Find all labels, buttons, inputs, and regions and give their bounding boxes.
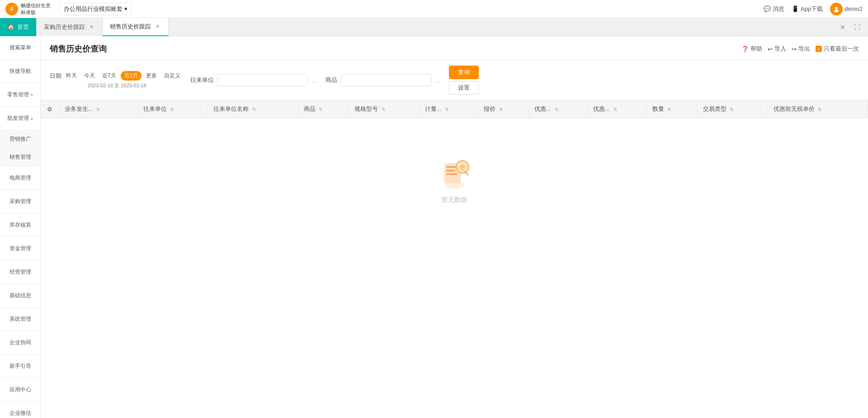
th-discount1[interactable]: 优惠... ⇅ [529,100,588,118]
wholesale-mgmt-label: 批发管理 [7,114,29,122]
chevron-down-icon: ▾ [31,92,33,97]
logo-text: 畅捷信好生意 标准版 [21,2,51,15]
query-button[interactable]: 查询 [449,66,479,79]
close-tab-btn[interactable]: ✕ [837,22,848,33]
help-btn[interactable]: ❓ 帮助 [741,45,762,53]
date-label: 日期 [50,72,61,80]
table-area: ⚙ 业务发生... ⇅ 往来单位 ⇅ 往来单位名称 ⇅ [41,100,868,418]
table-header-row: ⚙ 业务发生... ⇅ 往来单位 ⇅ 往来单位名称 ⇅ [41,100,868,118]
sidebar: 搜索菜单 快捷导航 零售管理 ▾ 批发管理 ▴ 营销推广 销售管理 电商管理 采… [0,36,41,418]
settings-icon: ⚙ [47,106,52,113]
empty-text: 暂无数据 [442,196,467,204]
sidebar-item-inventory-check[interactable]: 库存核算 [0,214,40,237]
only-last-checkbox[interactable]: ✓ 只看最后一次 [816,45,859,53]
product-dots[interactable]: ... [433,77,442,84]
date-buttons: 日期 昨天 今天 近7天 近1月 更多 自定义 [50,71,183,81]
sidebar-item-enterprise-collab[interactable]: 企业协同 [0,331,40,355]
settings-button[interactable]: 设置 [449,81,479,95]
date-1month[interactable]: 近1月 [121,71,142,81]
page-header: 销售历史价查询 ❓ 帮助 ↩ 导入 ↪ 导出 ✓ 只看最后一次 [41,36,868,60]
th-product[interactable]: 商品 ⇅ [298,100,349,118]
tab-purchase-history[interactable]: 采购历史价跟踪 ✕ [37,18,103,36]
date-range-text: 2023-02-18 至 2023-03-18 [87,82,146,89]
tab-purchase-history-close[interactable]: ✕ [88,24,95,31]
sort-icon: ⇅ [818,107,821,112]
sort-icon: ⇅ [252,107,256,112]
svg-point-0 [835,7,838,10]
sidebar-item-basic-info[interactable]: 基础信息 [0,284,40,308]
top-bar-left: 6 畅捷信好生意 标准版 办公用品行业模拟账套 ▾ [5,2,132,15]
sidebar-item-retail-mgmt[interactable]: 零售管理 ▾ [0,83,40,107]
home-icon: 🏠 [7,24,14,30]
th-partner-name[interactable]: 往来单位名称 ⇅ [208,100,298,118]
export-icon: ↪ [792,46,797,52]
sort-icon: ⇅ [96,107,100,112]
date-filter-group: 日期 昨天 今天 近7天 近1月 更多 自定义 2023-02-18 至 202… [50,71,183,89]
sort-icon: ⇅ [319,107,322,112]
sidebar-item-finance-mgmt[interactable]: 资金管理 [0,237,40,261]
date-yesterday[interactable]: 昨天 [63,71,80,81]
tab-home[interactable]: 🏠 首页 [0,18,37,36]
retail-mgmt-label: 零售管理 [7,91,29,99]
page-title: 销售历史价查询 [50,43,107,54]
action-buttons: 查询 设置 [449,66,479,95]
app-selector[interactable]: 办公用品行业模拟账套 ▾ [60,3,132,15]
sidebar-item-quick-nav[interactable]: 快捷导航 [0,60,40,83]
user-menu[interactable]: demo2 [830,3,863,15]
th-trade-type[interactable]: 交易类型 ⇅ [697,100,768,118]
app-download-btn[interactable]: 📱 App下载 [792,5,823,13]
date-more[interactable]: 更多 [143,71,160,81]
sort-icon: ⇅ [667,107,671,112]
th-quote[interactable]: 报价 ⇅ [478,100,529,118]
date-today[interactable]: 今天 [81,71,98,81]
help-icon: ❓ [741,46,749,52]
svg-point-1 [834,10,839,12]
date-7days[interactable]: 近7天 [99,71,119,81]
partner-input[interactable] [217,74,308,86]
partner-filter-group: 往来单位 ... [190,74,318,86]
partner-label: 往来单位 [190,76,214,84]
th-pretax-price[interactable]: 优惠前无税单价 ⇅ [768,100,868,118]
export-btn[interactable]: ↪ 导出 [792,45,810,53]
tab-bar: 🏠 首页 采购历史价跟踪 ✕ 销售历史价跟踪 ✕ ✕ ⛶ [0,18,868,36]
top-bar-right: 💬 消息 📱 App下载 demo2 [764,3,863,15]
product-input[interactable] [341,74,431,86]
sidebar-item-enterprise-wechat[interactable]: 企业微信 [0,402,40,418]
chevron-down-icon: ▾ [124,5,127,12]
product-label: 商品 [326,76,337,84]
sidebar-item-new-guide[interactable]: 新手引导 [0,355,40,378]
sidebar-item-search-menu[interactable]: 搜索菜单 [0,36,40,60]
message-btn[interactable]: 💬 消息 [764,5,784,13]
sidebar-item-purchase-mgmt[interactable]: 采购管理 [0,190,40,214]
sidebar-item-marketing-promo[interactable]: 营销推广 [0,130,40,148]
sidebar-item-app-center[interactable]: 应用中心 [0,378,40,402]
content-area: 销售历史价查询 ❓ 帮助 ↩ 导入 ↪ 导出 ✓ 只看最后一次 [41,36,868,418]
tab-sales-history[interactable]: 销售历史价跟踪 ✕ [103,18,169,36]
partner-dots[interactable]: ... [310,77,318,84]
th-biz-date[interactable]: 业务发生... ⇅ [59,100,137,118]
tab-sales-history-close[interactable]: ✕ [154,23,161,30]
date-custom[interactable]: 自定义 [161,71,183,81]
import-btn[interactable]: ↩ 导入 [768,45,786,53]
import-icon: ↩ [768,46,773,52]
sidebar-item-ecommerce-mgmt[interactable]: 电商管理 [0,166,40,190]
sort-icon: ⇅ [499,107,503,112]
th-spec[interactable]: 规格型号 ⇅ [349,100,419,118]
svg-point-7 [456,161,469,173]
th-quantity[interactable]: 数量 ⇅ [646,100,697,118]
maximize-btn[interactable]: ⛶ [852,22,863,33]
chevron-up-icon: ▴ [31,116,33,121]
sidebar-item-wholesale-mgmt[interactable]: 批发管理 ▴ [0,107,40,130]
th-discount2[interactable]: 优惠... ⇅ [588,100,646,118]
svg-rect-5 [446,170,455,171]
sidebar-item-operations-mgmt[interactable]: 经营管理 [0,261,40,284]
th-settings[interactable]: ⚙ [41,100,59,118]
sidebar-item-system-mgmt[interactable]: 系统管理 [0,308,40,331]
th-partner-code[interactable]: 往来单位 ⇅ [137,100,208,118]
th-unit[interactable]: 计量... ⇅ [419,100,478,118]
quick-nav-label: 快捷导航 [9,67,31,75]
avatar [830,3,843,15]
product-input-wrapper: ... [341,74,442,86]
sidebar-item-sales-mgmt[interactable]: 销售管理 [0,148,40,166]
main-layout: 搜索菜单 快捷导航 零售管理 ▾ 批发管理 ▴ 营销推广 销售管理 电商管理 采… [0,36,868,418]
